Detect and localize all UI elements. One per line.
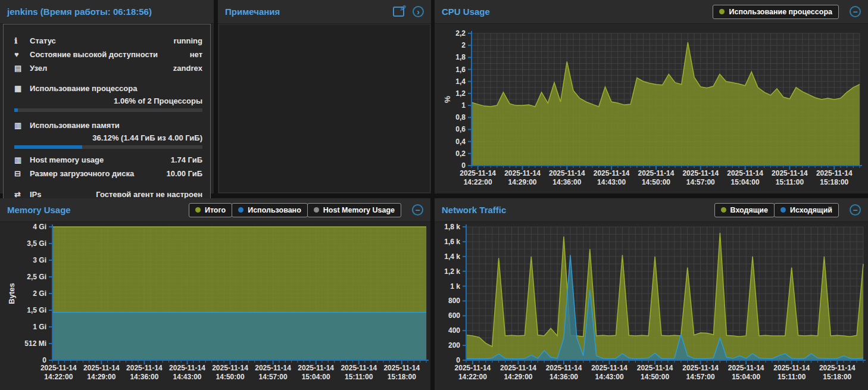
notes-panel: Примечания › [218, 0, 431, 194]
status-panel-header: jenkins (Время работы: 06:18:56) [0, 0, 214, 24]
svg-text:3,5 Gi: 3,5 Gi [27, 239, 46, 248]
svg-text:2025-11-14: 2025-11-14 [500, 364, 536, 372]
cpu-legend: Использование процессора [713, 5, 839, 19]
svg-text:1,6: 1,6 [455, 65, 466, 74]
cpu-usage-panel: CPU Usage Использование процессора − 00,… [435, 0, 868, 194]
svg-text:4 Gi: 4 Gi [33, 223, 46, 231]
svg-text:2025-11-14: 2025-11-14 [773, 364, 810, 372]
status-row: ♥Состояние высокой доступностинет [14, 48, 202, 61]
vm-summary-dashboard: jenkins (Время работы: 06:18:56) ℹСтатус… [0, 0, 868, 390]
legend-label: Исходящий [790, 206, 832, 214]
edit-notes-icon[interactable] [393, 7, 404, 17]
legend-label: Использовано [248, 206, 301, 214]
svg-text:2: 2 [461, 41, 466, 49]
status-value: 1.74 ГиБ [171, 155, 202, 164]
svg-text:600: 600 [448, 311, 460, 320]
legend-dot-icon [780, 207, 786, 213]
legend-dot-icon [314, 207, 319, 213]
svg-text:14:36:00: 14:36:00 [549, 373, 578, 381]
status-group: ▦Использование процессора1.06% of 2 Проц… [14, 82, 202, 112]
svg-text:400: 400 [448, 326, 460, 335]
svg-text:14:43:00: 14:43:00 [173, 373, 201, 381]
cpu-panel-header: CPU Usage Использование процессора − [435, 0, 868, 24]
network-traffic-panel: Network Traffic ВходящиеИсходящий − 0200… [435, 198, 868, 390]
svg-text:14:29:00: 14:29:00 [508, 178, 536, 186]
svg-text:14:36:00: 14:36:00 [130, 373, 158, 381]
expand-notes-icon[interactable]: › [413, 6, 424, 17]
memory-usage-panel: Memory Usage ИтогоИспользованоHost Memor… [0, 198, 430, 390]
memory-icon: ▥ [14, 121, 30, 130]
legend-item[interactable]: Входящие [714, 203, 775, 217]
collapse-cpu-icon[interactable]: − [850, 6, 861, 17]
status-value: 10.00 ГиБ [166, 169, 202, 178]
status-value: 36.12% (1.44 ГиБ из 4.00 ГиБ) [14, 132, 202, 143]
status-value: 1.06% of 2 Процессоры [14, 95, 202, 107]
legend-item[interactable]: Использовано [232, 203, 308, 217]
status-label: Использование процессора [30, 84, 202, 93]
svg-text:2025-11-14: 2025-11-14 [40, 364, 77, 372]
legend-item[interactable]: Исходящий [774, 203, 839, 217]
svg-text:1 k: 1 k [450, 282, 460, 291]
collapse-network-icon[interactable]: − [850, 204, 861, 216]
ips-icon: ⇄ [14, 190, 30, 199]
svg-text:0,2: 0,2 [455, 149, 466, 158]
svg-text:1,4: 1,4 [455, 77, 466, 86]
legend-item[interactable]: Host Memory Usage [307, 203, 401, 217]
svg-text:1: 1 [461, 101, 466, 110]
progress-fill [14, 145, 82, 149]
status-value: Гостевой агент не настроен [96, 190, 202, 199]
svg-text:2,5 Gi: 2,5 Gi [27, 273, 46, 281]
memory-panel-header: Memory Usage ИтогоИспользованоHost Memor… [0, 198, 430, 222]
legend-dot-icon [238, 207, 243, 213]
progress-fill [14, 108, 18, 112]
status-label: Состояние высокой доступности [30, 50, 190, 59]
memory-chart: 0512 Mi1 Gi1,5 Gi2 Gi2,5 Gi3 Gi3,5 Gi4 G… [0, 222, 430, 390]
status-row: ℹСтатусrunning [14, 34, 202, 48]
vm-status-panel: jenkins (Время работы: 06:18:56) ℹСтатус… [0, 0, 214, 194]
svg-text:2025-11-14: 2025-11-14 [549, 169, 585, 177]
memory-legend: ИтогоИспользованоHost Memory Usage [189, 203, 401, 217]
cpu-icon: ▦ [14, 84, 30, 93]
status-value: нет [190, 50, 202, 59]
cpu-chart: 00,20,40,60,811,21,41,61,822,22025-11-14… [435, 24, 868, 194]
svg-text:2025-11-14: 2025-11-14 [455, 364, 491, 372]
notes-content[interactable] [218, 24, 430, 193]
svg-text:2025-11-14: 2025-11-14 [682, 169, 719, 177]
legend-label: Итого [205, 206, 226, 214]
svg-text:2,2: 2,2 [455, 29, 466, 38]
svg-text:2025-11-14: 2025-11-14 [298, 364, 334, 372]
svg-text:Bytes: Bytes [7, 283, 16, 304]
memory-panel-title: Memory Usage [7, 205, 185, 215]
status-label: Статус [30, 36, 174, 45]
collapse-memory-icon[interactable]: − [412, 204, 423, 216]
progress-bar [14, 108, 202, 112]
status-label: Использование памяти [30, 121, 202, 130]
legend-dot-icon [721, 207, 726, 213]
network-chart: 02004006008001 k1,2 k1,4 k1,6 k1,8 k2025… [435, 222, 868, 390]
svg-text:2025-11-14: 2025-11-14 [728, 364, 764, 372]
svg-text:2025-11-14: 2025-11-14 [638, 169, 675, 177]
svg-text:14:36:00: 14:36:00 [552, 178, 581, 186]
legend-dot-icon [719, 9, 725, 14]
svg-text:15:11:00: 15:11:00 [345, 373, 373, 381]
svg-text:14:22:00: 14:22:00 [458, 373, 487, 381]
svg-text:2025-11-14: 2025-11-14 [591, 364, 627, 372]
status-label: Узел [30, 64, 173, 73]
svg-text:0,4: 0,4 [455, 138, 466, 146]
svg-text:2025-11-14: 2025-11-14 [341, 364, 377, 372]
svg-text:14:29:00: 14:29:00 [504, 373, 532, 381]
network-legend: ВходящиеИсходящий [715, 203, 839, 217]
svg-text:15:04:00: 15:04:00 [302, 373, 330, 381]
svg-text:512 Mi: 512 Mi [24, 339, 46, 348]
svg-text:2 Gi: 2 Gi [33, 289, 46, 298]
svg-text:14:43:00: 14:43:00 [595, 373, 624, 381]
svg-text:1,4 k: 1,4 k [444, 252, 460, 261]
legend-item[interactable]: Итого [189, 203, 232, 217]
legend-label: Host Memory Usage [323, 206, 395, 214]
legend-item[interactable]: Использование процессора [713, 5, 839, 19]
svg-text:15:18:00: 15:18:00 [823, 373, 851, 381]
notes-panel-header: Примечания › [218, 0, 431, 24]
status-group: ▥Использование памяти36.12% (1.44 ГиБ из… [14, 118, 202, 149]
status-row: ▥Использование памяти [14, 118, 202, 132]
legend-label: Входящие [730, 206, 768, 214]
